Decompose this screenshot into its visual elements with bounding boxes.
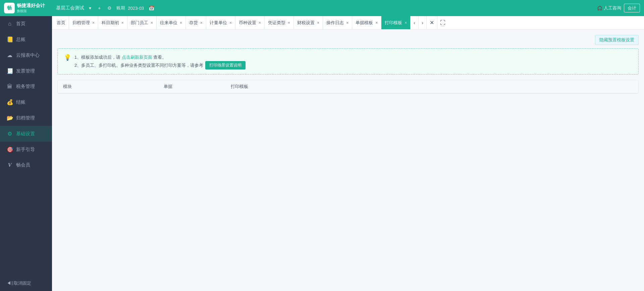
tab-unit[interactable]: 计量单位 ×: [206, 16, 235, 30]
dropdown-icon[interactable]: ▾: [87, 5, 93, 11]
tab-next-btn[interactable]: ›: [419, 16, 427, 30]
tab-currency-close[interactable]: ×: [259, 20, 261, 25]
archive-icon: 📂: [7, 115, 13, 121]
tab-counterpart-close[interactable]: ×: [180, 20, 182, 25]
sidebar-item-member[interactable]: V 畅会员: [0, 157, 52, 173]
tab-home[interactable]: 首页: [53, 16, 69, 30]
tab-print-template[interactable]: 打印模板 ×: [381, 16, 411, 30]
notice-line2: 2、多员工、多打印机、多种业务类型设置不同打印方案等，请参考 打印场景设置说明: [74, 61, 246, 69]
sidebar-item-ledger[interactable]: 📒 总账: [0, 32, 52, 47]
tab-archive-close[interactable]: ×: [92, 20, 95, 25]
tab-tax-close[interactable]: ×: [317, 20, 319, 25]
sidebar-label-reports: 云报表中心: [16, 52, 40, 58]
tab-single-label: 单据模板: [356, 20, 373, 26]
tab-dept-staff[interactable]: 部门员工 ×: [127, 16, 157, 30]
tab-close-all-btn[interactable]: ✕: [427, 16, 437, 30]
tab-archive-mgmt[interactable]: 归档管理 ×: [69, 16, 98, 30]
sidebar-item-home[interactable]: ⌂ 首页: [0, 16, 52, 32]
notice-content: 1、模板添加成功后，请 点击刷新新页面 查看。 2、多员工、多打印机、多种业务类…: [74, 53, 246, 69]
tab-voucher-close[interactable]: ×: [288, 20, 290, 25]
hide-preview-btn[interactable]: 隐藏预置模板设置: [595, 35, 639, 45]
tab-tax-settings[interactable]: 财税设置 ×: [294, 16, 323, 30]
tab-voucher-type[interactable]: 凭证类型 ×: [265, 16, 294, 30]
tab-currency-label: 币种设置: [239, 20, 256, 26]
notice-row: 💡 1、模板添加成功后，请 点击刷新新页面 查看。 2、多员工、多打印机、多种业…: [64, 53, 632, 69]
tab-subject-close[interactable]: ×: [121, 20, 124, 25]
tab-log-label: 操作日志: [326, 20, 344, 26]
sidebar-item-archive[interactable]: 📂 归档管理: [0, 110, 52, 126]
customer-service-btn[interactable]: 🎧 人工咨询: [597, 5, 621, 11]
tab-print-close[interactable]: ×: [405, 20, 407, 25]
member-icon: V: [7, 162, 13, 168]
period-value: 2023-03: [128, 6, 144, 11]
sidebar-item-invoice[interactable]: 🧾 发票管理: [0, 63, 52, 79]
tab-inventory[interactable]: 存货 ×: [186, 16, 206, 30]
tab-log-close[interactable]: ×: [346, 20, 348, 25]
company-name[interactable]: 基层工会测试: [56, 5, 84, 11]
settlement-icon: 💰: [7, 99, 13, 105]
header-center: 基层工会测试 ▾ + ⚙ 账期 2023-03 📅: [56, 5, 597, 11]
sidebar-item-reports[interactable]: ☁ 云报表中心: [0, 47, 52, 63]
tab-home-label: 首页: [57, 20, 65, 26]
tab-single-close[interactable]: ×: [375, 20, 378, 25]
sidebar-item-settlement[interactable]: 💰 结账: [0, 94, 52, 110]
sidebar: ⌂ 首页 📒 总账 ☁ 云报表中心 🧾 发票管理 🏛 税务管理 💰 结账 📂 归…: [0, 16, 52, 291]
logo-icon: 畅: [4, 3, 15, 13]
notice-box: 💡 1、模板添加成功后，请 点击刷新新页面 查看。 2、多员工、多打印机、多种业…: [57, 48, 639, 75]
lightbulb-icon: 💡: [64, 54, 71, 61]
tab-dept-close[interactable]: ×: [151, 20, 153, 25]
notice-line1: 1、模板添加成功后，请 点击刷新新页面 查看。: [74, 53, 246, 61]
tab-dept-label: 部门员工: [131, 20, 148, 26]
top-action-bar: 隐藏预置模板设置: [57, 35, 639, 45]
home-icon: ⌂: [7, 21, 13, 27]
cloud-icon: ☁: [7, 52, 13, 58]
print-scene-btn[interactable]: 打印场景设置说明: [205, 61, 246, 69]
tab-bar: 首页 归档管理 × 科目期初 × 部门员工 × 往来单位 × 存货 ×: [52, 16, 644, 30]
tab-single-template[interactable]: 单据模板 ×: [352, 16, 381, 30]
tab-archive-label: 归档管理: [72, 20, 90, 26]
tab-operation-log[interactable]: 操作日志 ×: [323, 16, 352, 30]
tab-currency[interactable]: 币种设置 ×: [235, 16, 265, 30]
page-content: 隐藏预置模板设置 💡 1、模板添加成功后，请 点击刷新新页面 查看。 2、多员工…: [52, 30, 644, 291]
sidebar-label-ledger: 总账: [16, 37, 25, 43]
top-header: 畅 畅捷通好会计 旗舰版 基层工会测试 ▾ + ⚙ 账期 2023-03 📅 🎧…: [0, 0, 644, 16]
unpin-button[interactable]: ◀‖取消固定: [0, 276, 52, 291]
logo-text: 畅捷通好会计: [17, 3, 45, 9]
accounting-button[interactable]: 会计: [624, 4, 640, 12]
col-template-header: 打印模板: [225, 84, 638, 90]
tab-inventory-close[interactable]: ×: [200, 20, 203, 25]
tab-counterpart[interactable]: 往来单位 ×: [157, 16, 186, 30]
tab-print-label: 打印模板: [385, 20, 402, 26]
tab-subject-init[interactable]: 科目期初 ×: [98, 16, 127, 30]
sidebar-item-beginner[interactable]: 🎯 新手引导: [0, 142, 52, 157]
sidebar-label-basic-settings: 基础设置: [16, 131, 35, 137]
sidebar-item-tax[interactable]: 🏛 税务管理: [0, 79, 52, 94]
col-module-header: 模块: [58, 84, 158, 90]
header-right: 🎧 人工咨询 会计: [597, 4, 640, 12]
sidebar-label-beginner: 新手引导: [16, 147, 35, 153]
headset-icon: 🎧: [597, 6, 602, 11]
beginner-icon: 🎯: [7, 146, 13, 153]
sidebar-label-settlement: 结账: [16, 99, 25, 105]
tax-icon: 🏛: [7, 84, 13, 90]
tab-expand-btn[interactable]: ⛶: [437, 16, 448, 30]
notice-line1-after: 查看。: [153, 55, 166, 60]
tab-unit-label: 计量单位: [210, 20, 227, 26]
invoice-icon: 🧾: [7, 68, 13, 74]
table-header: 模块 单据 打印模板: [58, 80, 638, 93]
sidebar-item-basic-settings[interactable]: ⚙ 基础设置: [0, 126, 52, 142]
tab-prev-btn[interactable]: ‹: [411, 16, 419, 30]
add-tab-icon[interactable]: +: [96, 5, 103, 11]
settings-icon[interactable]: ⚙: [105, 5, 114, 11]
tab-unit-close[interactable]: ×: [229, 20, 232, 25]
notice-refresh-link[interactable]: 点击刷新新页面: [122, 55, 152, 60]
tab-inventory-label: 存货: [189, 20, 198, 26]
logo-sub: 旗舰版: [17, 9, 45, 13]
notice-line1-before: 1、模板添加成功后，请: [74, 55, 120, 60]
sidebar-label-invoice: 发票管理: [16, 68, 35, 74]
settings-gear-icon: ⚙: [7, 131, 13, 137]
logo-area: 畅 畅捷通好会计 旗舰版: [4, 3, 56, 13]
calendar-icon[interactable]: 📅: [147, 5, 156, 11]
col-voucher-header: 单据: [158, 84, 225, 90]
unpin-label: ◀‖取消固定: [7, 280, 31, 286]
